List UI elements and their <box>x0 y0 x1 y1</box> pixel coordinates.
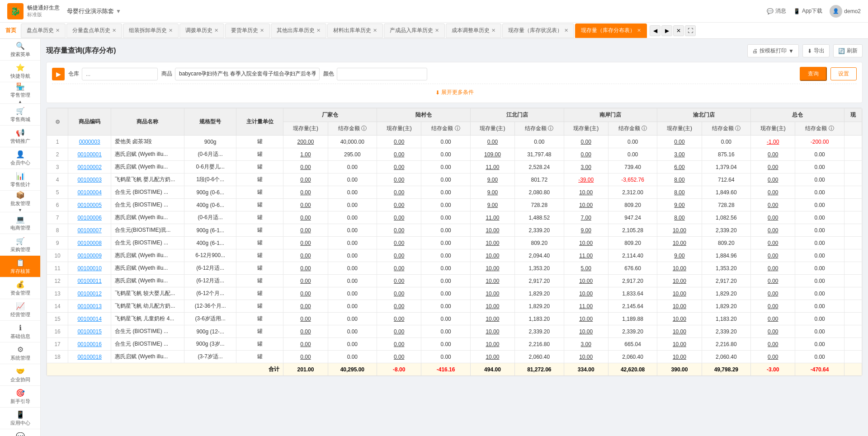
tab-kucun-dist[interactable]: 现存量（库存分布表） ✕ <box>575 23 647 38</box>
expand-orange-btn[interactable]: ▶ <box>52 68 65 80</box>
tab-fenpandian[interactable]: 分量盘点单历史 ✕ <box>66 23 122 38</box>
sidebar-item-corp[interactable]: 🤝 企业协同 <box>0 364 40 386</box>
row-extra <box>844 136 862 148</box>
close-icon[interactable]: ✕ <box>373 28 377 33</box>
tab-zuzhang[interactable]: 组装拆卸单历史 ✕ <box>123 23 179 38</box>
warehouse-input[interactable] <box>82 68 158 80</box>
tab-next-btn[interactable]: ▶ <box>661 25 672 36</box>
col-fj-amt: 结存金额 ⓘ <box>328 122 377 136</box>
tab-pandian[interactable]: 盘点单历史 ✕ <box>21 23 66 38</box>
row-lc-amt: 0.00 <box>421 186 470 199</box>
row-yb-qty: 8.00 <box>657 186 702 199</box>
close-icon[interactable]: ✕ <box>435 28 439 33</box>
row-unit: 罐 <box>236 351 283 363</box>
sidebar-item-inventory[interactable]: 📋 库存核算 <box>0 256 40 277</box>
col-no-header: 商品编码 <box>68 108 111 136</box>
row-jb-amt: 2,339.20 <box>515 224 564 237</box>
row-fj-qty: 0.00 <box>283 338 328 351</box>
row-code: 00100003 <box>68 173 111 186</box>
close-icon[interactable]: ✕ <box>169 28 173 33</box>
row-zc-amt: 0.00 <box>795 313 844 325</box>
expand-conditions-btn[interactable]: ⬇ 展开更多条件 <box>432 87 477 98</box>
tab-chancheng[interactable]: 产成品入库单历史 ✕ <box>384 23 445 38</box>
refresh-btn[interactable]: 🔄 刷新 <box>833 44 863 57</box>
sidebar-item-ecommerce[interactable]: 💻 电商管理 <box>0 212 40 234</box>
print-btn[interactable]: 🖨 按模板打印 ▼ <box>747 44 799 57</box>
row-name: 惠氏启赋 (Wyeth illu... <box>111 211 184 224</box>
sidebar-item-finance[interactable]: 💰 资金管理 <box>0 277 40 299</box>
row-fj-qty: 0.00 <box>283 237 328 249</box>
total-zc-amt: -470.64 <box>795 363 844 376</box>
table-row: 15 00100014 飞鹤星飞帆 儿童奶粉 4... (3-6岁适用... 罐… <box>47 313 862 325</box>
tab-home[interactable]: 首页 <box>2 23 20 38</box>
color-input[interactable] <box>337 68 427 80</box>
sidebar-item-wechat[interactable]: 💬 企业微信 <box>0 429 40 436</box>
sidebar-item-retail[interactable]: 🏪 零售管理 ▲ <box>0 82 40 104</box>
row-code: 00100002 <box>68 161 111 173</box>
row-jb-amt: 2,080.80 <box>515 186 564 199</box>
app-download-btn[interactable]: 📱 App下载 <box>793 7 822 15</box>
row-extra <box>844 211 862 224</box>
close-icon[interactable]: ✕ <box>260 28 264 33</box>
sidebar-item-shop[interactable]: 🛒 零售商城 <box>0 104 40 126</box>
close-icon[interactable]: ✕ <box>564 28 568 33</box>
row-code: 00100012 <box>68 287 111 300</box>
close-icon[interactable]: ✕ <box>316 28 321 33</box>
col-settings[interactable]: ⚙ <box>47 108 68 136</box>
tab-chengben[interactable]: 成本调整单历史 ✕ <box>446 23 501 38</box>
org-dropdown[interactable]: 母婴行业演示陈套 ▼ <box>67 7 121 15</box>
sidebar-item-marketing[interactable]: 📢 营销推广 <box>0 126 40 147</box>
row-spec: 900g (3岁... <box>184 338 236 351</box>
row-zc-qty: 0.00 <box>751 224 795 237</box>
sidebar-item-guide[interactable]: 🎯 新手引导 <box>0 386 40 408</box>
product-input[interactable] <box>175 68 320 80</box>
tab-diaobo[interactable]: 调拨单历史 ✕ <box>179 23 224 38</box>
user-avatar[interactable]: 👤 demo2 <box>830 5 861 18</box>
tab-kucun-status[interactable]: 现存量（库存状况表） ✕ <box>502 23 574 38</box>
sidebar-item-search[interactable]: 🔍 搜索英单 <box>0 39 40 61</box>
row-na-amt: 947.24 <box>608 211 657 224</box>
close-icon[interactable]: ✕ <box>637 28 641 33</box>
sidebar-item-base-info[interactable]: ℹ 基础信息 <box>0 321 40 342</box>
sidebar-item-app-center[interactable]: 📱 应用中心 <box>0 408 40 429</box>
row-na-amt: 809.20 <box>608 199 657 211</box>
table-row: 7 00100006 惠氏启赋 (Wyeth illu... (0-6月适...… <box>47 211 862 224</box>
row-lc-qty: 0.00 <box>377 199 421 211</box>
export-btn[interactable]: ⬇ 导出 <box>802 44 830 57</box>
close-icon[interactable]: ✕ <box>491 28 495 33</box>
row-yb-amt: 875.16 <box>702 148 750 161</box>
sidebar-item-member[interactable]: 👤 会员中心 <box>0 147 40 169</box>
tab-cailiao[interactable]: 材料出库单历史 ✕ <box>327 23 383 38</box>
tab-close-all-btn[interactable]: ✕ <box>673 25 684 36</box>
app-icon: 📱 <box>793 8 800 14</box>
page-title: 现存量查询(库存分布) <box>46 46 116 56</box>
tab-expand-btn[interactable]: ⛶ <box>685 25 696 36</box>
query-btn[interactable]: 查询 <box>800 67 827 81</box>
tab-prev-btn[interactable]: ◀ <box>650 25 660 36</box>
row-jb-qty: 11.00 <box>470 161 514 173</box>
sidebar-item-operations[interactable]: 📈 经营管理 <box>0 299 40 321</box>
row-name: 合生元 (BIOSTIME) ... <box>111 186 184 199</box>
settings-icon[interactable]: ⚙ <box>53 118 61 126</box>
row-yb-amt: 1,183.20 <box>702 313 750 325</box>
row-jb-qty: 9.00 <box>470 173 514 186</box>
row-lc-amt: 0.00 <box>421 173 470 186</box>
tab-qita[interactable]: 其他出库单历史 ✕ <box>271 23 326 38</box>
close-icon[interactable]: ✕ <box>214 28 218 33</box>
settings-btn[interactable]: 设置 <box>830 67 857 80</box>
row-lc-amt: 0.00 <box>421 351 470 363</box>
sidebar-item-retail-stats[interactable]: 📊 零售统计 <box>0 169 40 191</box>
row-na-amt: 2,917.20 <box>608 275 657 287</box>
row-jb-amt: 2,917.20 <box>515 275 564 287</box>
sidebar-item-system[interactable]: ⚙ 系统管理 <box>0 342 40 364</box>
close-icon[interactable]: ✕ <box>56 28 60 33</box>
sidebar-item-nav[interactable]: ⭐ 快捷导航 <box>0 61 40 82</box>
sidebar-item-wholesale[interactable]: 📦 批发管理 ▼ <box>0 191 40 212</box>
row-yb-amt: 1,829.20 <box>702 300 750 313</box>
row-jb-amt: 2,094.40 <box>515 249 564 262</box>
tab-yaohuo[interactable]: 要货单历史 ✕ <box>225 23 270 38</box>
close-icon[interactable]: ✕ <box>112 28 116 33</box>
message-btn[interactable]: 💬 消息 <box>767 7 786 15</box>
sidebar-item-purchase[interactable]: 🛒 采购管理 <box>0 234 40 256</box>
row-lc-amt: 0.00 <box>421 262 470 275</box>
